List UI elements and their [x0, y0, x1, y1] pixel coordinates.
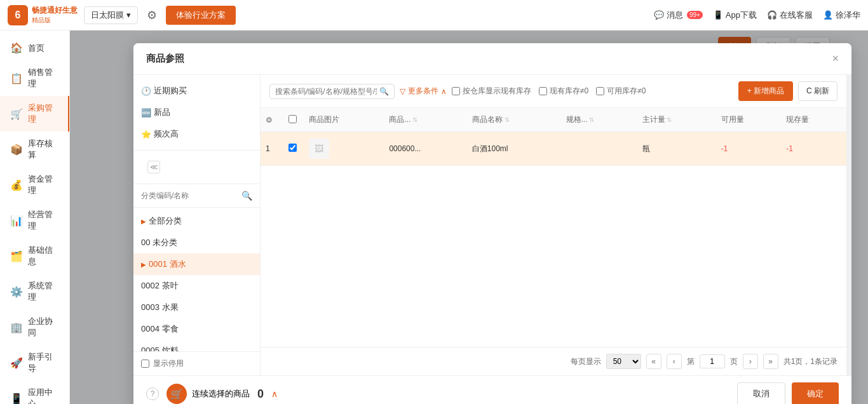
page-input[interactable]: [700, 354, 725, 368]
col-name[interactable]: 商品名称: [467, 108, 561, 132]
cancel-button[interactable]: 取消: [737, 382, 785, 404]
nav-message[interactable]: 💬 消息 99+: [654, 10, 703, 21]
category-00[interactable]: 00 未分类: [133, 232, 260, 253]
operation-icon: 📊: [10, 215, 23, 227]
col-unit[interactable]: 主计量: [637, 108, 716, 132]
category-0003[interactable]: 0003 水果: [133, 297, 260, 318]
category-search-icon[interactable]: 🔍: [241, 191, 252, 201]
category-search-input[interactable]: [141, 191, 239, 200]
main-layout: 🏠 首页 📋 销售管理 🛒 采购管理 📦 库存核算 💰 资金管理 📊 经营管理 …: [0, 30, 868, 404]
add-product-button[interactable]: + 新增商品: [738, 81, 793, 101]
page-next-button[interactable]: ›: [743, 354, 758, 369]
nav-dropdown[interactable]: 日太阳膜 ▾: [84, 6, 138, 24]
content-area: 查询 刷新 设置 商品参照 × 🕐 近期购买: [70, 30, 868, 404]
modal-header: 商品参照 ×: [133, 43, 851, 75]
page-label: 第: [687, 356, 695, 367]
col-code[interactable]: 商品...: [384, 108, 466, 132]
nav-service[interactable]: 🎧 在线客服: [767, 10, 813, 21]
available-stock-checkbox-label[interactable]: 可用库存≠0: [596, 86, 646, 97]
nav-user[interactable]: 👤 徐泽华: [823, 10, 860, 21]
refresh-button[interactable]: C 刷新: [798, 81, 837, 101]
nav-cta-button[interactable]: 体验行业方案: [166, 6, 236, 25]
row-check[interactable]: [283, 132, 304, 166]
recent-icon: 🕐: [141, 86, 151, 96]
table-header-row: ⚙ 商品图片 商品... 商品名称 规格... 主计量 可用量 现存量: [261, 108, 846, 132]
quick-recent[interactable]: 🕐 近期购买: [133, 80, 260, 102]
page-prev-button[interactable]: ‹: [667, 354, 682, 369]
sidebar-item-stock[interactable]: 📦 库存核算: [0, 131, 69, 167]
sidebar-item-system[interactable]: ⚙️ 系统管理: [0, 274, 69, 309]
modal-close-button[interactable]: ×: [832, 52, 839, 65]
row-checkbox[interactable]: [288, 144, 297, 152]
modal-scrollbar[interactable]: [846, 75, 851, 375]
row-image: 🖼: [304, 132, 384, 166]
per-page-select[interactable]: 50 10 20 100: [606, 354, 641, 369]
user-icon: 👤: [823, 10, 833, 20]
app-icon: 📱: [713, 10, 723, 20]
select-all-checkbox[interactable]: [288, 115, 297, 123]
product-search-input[interactable]: [275, 87, 377, 96]
filter-button[interactable]: ▽ 更多条件 ∧: [400, 86, 447, 97]
nav-app-download[interactable]: 📱 App下载: [713, 10, 757, 21]
product-toolbar: 🔍 ▽ 更多条件 ∧ 按仓库显示现有库存: [261, 75, 846, 108]
purchase-icon: 🛒: [10, 108, 23, 120]
page-last-button[interactable]: »: [763, 354, 778, 369]
sidebar-item-operation[interactable]: 📊 经营管理: [0, 203, 69, 238]
category-0005[interactable]: 0005 饮料: [133, 340, 260, 351]
guide-icon: 🚀: [10, 357, 23, 369]
sidebar-item-guide[interactable]: 🚀 新手引导: [0, 345, 69, 380]
quick-new[interactable]: 🆕 新品: [133, 102, 260, 123]
confirm-button[interactable]: 确定: [792, 382, 839, 404]
current-stock-checkbox[interactable]: [539, 87, 547, 95]
product-image: 🖼: [309, 138, 329, 159]
sidebar-item-apps[interactable]: 📱 应用中心: [0, 380, 69, 404]
table-row[interactable]: 1 🖼 000600... 白酒100ml 瓶 -1: [261, 132, 846, 166]
category-search: 🔍: [133, 184, 260, 208]
cart-icon: 🛒: [166, 384, 187, 404]
by-warehouse-checkbox-label[interactable]: 按仓库显示现有库存: [452, 86, 531, 97]
category-all[interactable]: ▶ 全部分类: [133, 210, 260, 232]
col-settings[interactable]: ⚙: [261, 108, 283, 132]
frequent-icon: ⭐: [141, 130, 151, 139]
selected-count-badge: 0: [257, 387, 264, 401]
category-0001[interactable]: ▶ 0001 酒水: [133, 253, 260, 275]
product-panel: 🔍 ▽ 更多条件 ∧ 按仓库显示现有库存: [261, 75, 846, 375]
category-0002[interactable]: 0002 茶叶: [133, 275, 260, 297]
current-stock-checkbox-label[interactable]: 现有库存≠0: [539, 86, 588, 97]
sidebar-item-finance[interactable]: 💰 资金管理: [0, 167, 69, 203]
basic-icon: 🗂️: [10, 250, 23, 262]
product-reference-modal: 商品参照 × 🕐 近期购买 🆕 新品: [133, 43, 851, 404]
logo-area: 6 畅捷通好生意 精品版: [8, 5, 78, 25]
product-search-icon[interactable]: 🔍: [379, 87, 389, 96]
col-check[interactable]: [283, 108, 304, 132]
logo-text: 畅捷通好生意 精品版: [32, 5, 78, 25]
sidebar-item-sales[interactable]: 📋 销售管理: [0, 60, 69, 96]
apps-icon: 📱: [10, 393, 23, 405]
per-page-label: 每页显示: [571, 356, 601, 367]
col-spec[interactable]: 规格...: [561, 108, 637, 132]
row-stock: -1: [781, 132, 846, 166]
show-disabled-checkbox[interactable]: [141, 360, 149, 368]
by-warehouse-checkbox[interactable]: [452, 87, 460, 95]
gear-icon[interactable]: ⚙: [147, 8, 157, 22]
page-first-button[interactable]: «: [646, 354, 661, 369]
help-icon[interactable]: ?: [146, 387, 159, 400]
new-icon: 🆕: [141, 108, 151, 118]
product-table-body: 1 🖼 000600... 白酒100ml 瓶 -1: [261, 132, 846, 166]
collapse-cart-button[interactable]: ∧: [271, 389, 278, 399]
product-data-table: ⚙ 商品图片 商品... 商品名称 规格... 主计量 可用量 现存量: [261, 108, 846, 166]
sidebar-item-home[interactable]: 🏠 首页: [0, 36, 69, 60]
filter-conditions: 按仓库显示现有库存 现有库存≠0 可用库存≠0: [452, 86, 646, 97]
category-0004[interactable]: 0004 零食: [133, 318, 260, 340]
available-stock-checkbox[interactable]: [596, 87, 604, 95]
quick-frequent[interactable]: ⭐ 频次高: [133, 123, 260, 145]
message-badge: 99+: [687, 11, 703, 19]
headset-icon: 🎧: [767, 10, 777, 20]
product-table: ⚙ 商品图片 商品... 商品名称 规格... 主计量 可用量 现存量: [261, 108, 846, 347]
row-available: -1: [716, 132, 782, 166]
col-available: 可用量: [716, 108, 782, 132]
sidebar-item-basic[interactable]: 🗂️ 基础信息: [0, 238, 69, 274]
sidebar-item-enterprise[interactable]: 🏢 企业协同: [0, 309, 69, 345]
collapse-panel-button[interactable]: ≪: [147, 161, 160, 173]
sidebar-item-purchase[interactable]: 🛒 采购管理: [0, 96, 69, 131]
